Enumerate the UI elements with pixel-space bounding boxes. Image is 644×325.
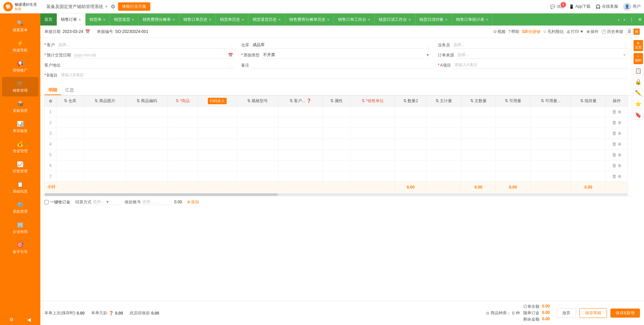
row-1-product-code[interactable]	[126, 107, 167, 117]
sidebar-item-enterprise[interactable]: 🏢 企业协同	[2, 218, 38, 238]
row-5-spec[interactable]	[236, 150, 278, 160]
row-7-product-img[interactable]	[84, 171, 126, 182]
scan-btn[interactable]: 扫码录入	[208, 98, 227, 104]
row-7-product[interactable]	[167, 171, 198, 182]
order-source-input[interactable]: 选择... ▼	[456, 51, 628, 59]
row-6-stock[interactable]	[571, 160, 606, 171]
tab-prev-btn[interactable]: ‹	[616, 17, 622, 22]
add-link[interactable]: ⊕ 添加	[187, 199, 199, 205]
tab-sales-return[interactable]: 销货退货 ✕	[110, 13, 139, 26]
row-4-property[interactable]	[323, 139, 350, 150]
tab-close-slip-history[interactable]: ✕	[241, 18, 244, 22]
row-2-unit[interactable]	[350, 117, 395, 128]
add-material-btn[interactable]: +物料	[634, 53, 643, 64]
sidebar-item-purchase[interactable]: 📦 采购管理	[2, 97, 38, 117]
row-5-product[interactable]	[167, 150, 198, 160]
row-5-customer-order[interactable]	[278, 150, 323, 160]
row-2-spec[interactable]	[236, 117, 278, 128]
row-7-qty2[interactable]	[395, 171, 426, 182]
row-2-customer-order[interactable]	[278, 117, 323, 128]
row-3-spec[interactable]	[236, 128, 278, 139]
row-2-main-qty[interactable]	[461, 117, 496, 128]
row-7-main-qty[interactable]	[461, 171, 496, 182]
th-available2[interactable]: ⇅ 可用量...	[530, 96, 571, 107]
print-link[interactable]: 🖨 打印 ▼	[566, 29, 584, 35]
row-4-spec[interactable]	[236, 139, 278, 150]
row-3-product-code[interactable]	[126, 128, 167, 139]
warehouse-dots[interactable]: ...	[426, 43, 430, 47]
row-1-warehouse[interactable]	[56, 107, 84, 117]
row-5-stock[interactable]	[571, 150, 606, 160]
panel-icon-7[interactable]: 🔖	[634, 111, 643, 120]
row-5-product-code[interactable]	[126, 150, 167, 160]
row-6-product[interactable]	[167, 160, 198, 171]
a-project-input[interactable]: 请输入A项目	[453, 62, 628, 69]
plan-button[interactable]: 体验行业方案	[118, 2, 150, 11]
expected-date-calendar[interactable]: 📅	[228, 53, 233, 57]
row-4-stock[interactable]	[571, 139, 606, 150]
tab-home[interactable]: 首页	[40, 13, 57, 26]
row-5-unit[interactable]	[350, 150, 395, 160]
th-unit[interactable]: ⇅ *销售单位	[350, 96, 395, 107]
th-property[interactable]: ⇅ 属性	[323, 96, 350, 107]
row-1-customer-order[interactable]	[278, 107, 323, 117]
row-3-product[interactable]	[167, 128, 198, 139]
online-service-btn[interactable]: 🎧 在线客服	[596, 4, 618, 9]
horizontal-scrollbar[interactable]	[44, 193, 628, 196]
row-4-available2[interactable]	[530, 139, 571, 150]
calendar-icon[interactable]: 📅	[85, 29, 90, 34]
row-2-available[interactable]	[496, 117, 530, 128]
row-4-product-img[interactable]	[84, 139, 126, 150]
row-3-unit[interactable]	[350, 128, 395, 139]
tab-sales-expense-history[interactable]: 销售费用分摊单历史 ✕	[285, 13, 334, 26]
row-5-qty2[interactable]	[395, 150, 426, 160]
sidebar-item-system[interactable]: ⚙️ 系统管理	[2, 198, 38, 217]
tab-close-all-btn[interactable]: ✕	[636, 17, 644, 22]
row-2-main-unit[interactable]	[426, 117, 461, 128]
row-2-product-img[interactable]	[84, 117, 126, 128]
row-3-available2[interactable]	[530, 128, 571, 139]
row-6-unit[interactable]	[350, 160, 395, 171]
row-3-delete-icon[interactable]: 🗑	[612, 131, 616, 136]
tab-sales-order-history[interactable]: 销售订单历史 ✕	[179, 13, 216, 26]
row-3-product-img[interactable]	[84, 128, 126, 139]
row-5-delete-icon[interactable]: 🗑	[612, 152, 616, 157]
row-3-warehouse[interactable]	[56, 128, 84, 139]
th-product-code[interactable]: ⇅ 商品编码	[126, 96, 167, 107]
row-4-warehouse[interactable]	[56, 139, 84, 150]
row-1-qty2[interactable]	[395, 107, 426, 117]
row-6-available[interactable]	[496, 160, 530, 171]
row-1-unit[interactable]	[350, 107, 395, 117]
help-link[interactable]: ? 帮助	[508, 29, 519, 35]
row-1-property[interactable]	[323, 107, 350, 117]
row-2-warehouse[interactable]	[56, 117, 84, 128]
row-2-copy-icon[interactable]: ⊕	[618, 120, 621, 125]
row-6-product-code[interactable]	[126, 160, 167, 171]
row-4-customer-order[interactable]	[278, 139, 323, 150]
list-view-btn[interactable]: ☰	[626, 28, 633, 35]
row-4-available[interactable]	[496, 139, 530, 150]
row-1-copy-icon[interactable]: ⊕	[618, 109, 621, 114]
customer-address-input[interactable]: ...	[63, 62, 234, 69]
th-settings[interactable]: ⚙	[45, 96, 56, 107]
sidebar-collapse-icon[interactable]: ◀	[27, 317, 31, 322]
row-4-copy-icon[interactable]: ⊕	[618, 141, 621, 147]
tab-close-order-history[interactable]: ✕	[209, 18, 212, 22]
row-4-product[interactable]	[167, 139, 198, 150]
sidebar-item-sales[interactable]: 🛒 销售管理	[2, 77, 38, 96]
row-6-product-img[interactable]	[84, 160, 126, 171]
expected-date-input[interactable]: yyyy-mm-dd 📅	[73, 52, 234, 58]
sidebar-item-search[interactable]: 🔍 搜索菜单	[2, 16, 38, 36]
row-7-delete-icon[interactable]: 🗑	[612, 174, 616, 179]
tab-sales-workbench[interactable]: 销售订单工作台 ✕	[334, 13, 375, 26]
tab-close-sales-expense[interactable]: ✕	[172, 18, 175, 22]
row-5-available2[interactable]	[530, 150, 571, 160]
tab-daily-account[interactable]: 钱货日清对账 ✕	[415, 13, 452, 26]
tab-close-daily-account[interactable]: ✕	[445, 18, 448, 22]
tab-detail[interactable]: 明细	[44, 86, 61, 95]
tab-close-expense-history[interactable]: ✕	[327, 18, 330, 22]
row-1-main-qty[interactable]	[461, 107, 496, 117]
tab-sales-expense[interactable]: 销售费用分摊单 ✕	[139, 13, 179, 26]
row-5-property[interactable]	[323, 150, 350, 160]
remarks-input[interactable]	[251, 62, 431, 69]
